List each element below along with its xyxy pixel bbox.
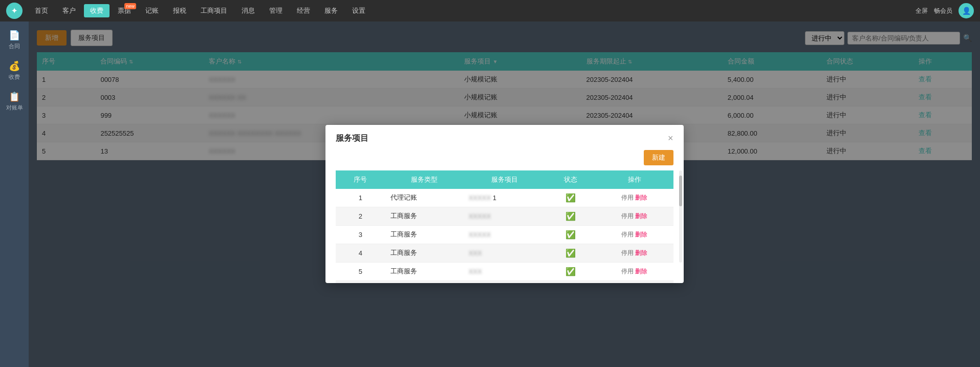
delete-button[interactable]: 删除 <box>635 193 647 202</box>
modal-col-status: 状态 <box>546 170 596 189</box>
modal-toolbar: 新建 <box>325 150 684 170</box>
avatar[interactable]: 👤 <box>959 3 974 18</box>
top-nav-right: 全屏 畅会员 👤 <box>916 3 974 18</box>
logo-icon: ✦ <box>6 3 23 19</box>
fee-icon: 💰 <box>9 60 20 72</box>
stop-button[interactable]: 停用 <box>621 267 634 276</box>
modal-cell-action: 停用 删除 <box>596 207 673 225</box>
modal-cell-item: XXXXX 1 <box>464 189 546 207</box>
nav-home[interactable]: 首页 <box>29 4 54 17</box>
stop-button[interactable]: 停用 <box>621 193 634 202</box>
nav-operation[interactable]: 经营 <box>291 4 316 17</box>
modal-table-row: 5 工商服务 XXX ✅ 停用 删除 <box>336 262 673 280</box>
modal-col-action: 操作 <box>596 170 673 189</box>
fullscreen-label[interactable]: 全屏 <box>916 7 928 15</box>
modal-col-seq: 序号 <box>336 170 386 189</box>
nav-industrial[interactable]: 工商项目 <box>194 4 233 17</box>
modal-cell-action: 停用 删除 <box>596 225 673 244</box>
modal-table-row: 3 工商服务 XXXXX ✅ 停用 删除 <box>336 225 673 244</box>
modal-table-row: 4 工商服务 XXX ✅ 停用 删除 <box>336 244 673 262</box>
modal-cell-seq: 4 <box>336 244 386 262</box>
modal-cell-type: 工商服务 <box>385 280 464 283</box>
modal-cell-type: 工商服务 <box>385 207 464 225</box>
modal-cell-status: ✅ <box>546 225 596 244</box>
top-nav: ✦ 首页 客户 收费 票据 new 记账 报税 工商项目 消息 管理 经营 服务… <box>0 0 980 21</box>
stop-button[interactable]: 停用 <box>621 212 634 221</box>
modal-cell-seq: 2 <box>336 207 386 225</box>
nav-settings[interactable]: 设置 <box>346 4 372 17</box>
modal-cell-type: 代理记账 <box>385 189 464 207</box>
nav-tax[interactable]: 报税 <box>167 4 192 17</box>
stop-button[interactable]: 停用 <box>621 230 634 239</box>
status-check-icon: ✅ <box>565 249 576 257</box>
modal-table-row: 6 工商服务 XXXXXX ✅ 停用 删除 <box>336 280 673 283</box>
delete-button[interactable]: 删除 <box>635 267 647 276</box>
modal-scrollbar[interactable] <box>679 170 682 263</box>
modal-cell-item: XXXXX <box>464 207 546 225</box>
modal-cell-action: 停用 删除 <box>596 244 673 262</box>
member-label[interactable]: 畅会员 <box>934 7 952 15</box>
modal-cell-status: ✅ <box>546 207 596 225</box>
modal-cell-action: 停用 删除 <box>596 262 673 280</box>
main-layout: 📄 合同 💰 收费 📋 对账单 新增 服务项目 进行中 全部 已结束 🔍 <box>0 21 980 367</box>
status-check-icon: ✅ <box>565 230 576 239</box>
modal-table-row: 2 工商服务 XXXXX ✅ 停用 删除 <box>336 207 673 225</box>
modal-table-row: 1 代理记账 XXXXX 1 ✅ 停用 删除 <box>336 189 673 207</box>
modal-new-button[interactable]: 新建 <box>644 150 673 165</box>
status-check-icon: ✅ <box>565 212 576 221</box>
delete-button[interactable]: 删除 <box>635 230 647 239</box>
statement-icon: 📋 <box>9 91 20 102</box>
modal-cell-action: 停用 删除 <box>596 280 673 283</box>
delete-button[interactable]: 删除 <box>635 212 647 221</box>
modal-cell-type: 工商服务 <box>385 262 464 280</box>
modal-cell-seq: 3 <box>336 225 386 244</box>
sidebar-item-statement-label: 对账单 <box>6 104 23 112</box>
sidebar-item-fee[interactable]: 💰 收费 <box>0 56 29 85</box>
stop-button[interactable]: 停用 <box>621 249 634 257</box>
sidebar-item-contract[interactable]: 📄 合同 <box>0 26 29 54</box>
modal-cell-item: XXX <box>464 244 546 262</box>
modal-col-type: 服务类型 <box>385 170 464 189</box>
modal-cell-type: 工商服务 <box>385 225 464 244</box>
modal-col-item: 服务项目 <box>464 170 546 189</box>
status-check-icon: ✅ <box>565 267 576 276</box>
service-modal: 服务项目 × 新建 序号 服务类型 服务项目 状态 操作 <box>325 125 684 283</box>
modal-cell-seq: 1 <box>336 189 386 207</box>
nav-manage[interactable]: 管理 <box>263 4 289 17</box>
status-check-icon: ✅ <box>565 193 576 202</box>
modal-cell-status: ✅ <box>546 280 596 283</box>
nav-ticket[interactable]: 票据 new <box>112 4 137 17</box>
modal-title: 服务项目 <box>336 133 368 144</box>
modal-scroll[interactable]: 序号 服务类型 服务项目 状态 操作 1 代理记账 XXXXX 1 ✅ 停用 删… <box>325 170 684 283</box>
modal-close-button[interactable]: × <box>668 134 673 143</box>
modal-cell-status: ✅ <box>546 244 596 262</box>
sidebar-item-fee-label: 收费 <box>9 73 20 81</box>
nav-service[interactable]: 服务 <box>318 4 344 17</box>
modal-header: 服务项目 × <box>325 125 684 150</box>
contract-icon: 📄 <box>9 30 20 41</box>
modal-cell-seq: 6 <box>336 280 386 283</box>
delete-button[interactable]: 删除 <box>635 249 647 257</box>
modal-cell-action: 停用 删除 <box>596 189 673 207</box>
sidebar: 📄 合同 💰 收费 📋 对账单 <box>0 21 29 367</box>
nav-customer[interactable]: 客户 <box>56 4 82 17</box>
nav-bookkeeping[interactable]: 记账 <box>139 4 165 17</box>
nav-fee[interactable]: 收费 <box>84 4 110 17</box>
modal-scrollbar-thumb <box>679 176 682 206</box>
content-area: 新增 服务项目 进行中 全部 已结束 🔍 序号 合同编码 ⇅ <box>29 21 980 367</box>
modal-cell-type: 工商服务 <box>385 244 464 262</box>
service-table: 序号 服务类型 服务项目 状态 操作 1 代理记账 XXXXX 1 ✅ 停用 删… <box>336 170 673 283</box>
modal-cell-status: ✅ <box>546 189 596 207</box>
modal-table-area: 序号 服务类型 服务项目 状态 操作 1 代理记账 XXXXX 1 ✅ 停用 删… <box>325 170 684 283</box>
modal-cell-item: XXXXXX <box>464 280 546 283</box>
modal-cell-seq: 5 <box>336 262 386 280</box>
modal-cell-item: XXX <box>464 262 546 280</box>
modal-cell-item: XXXXX <box>464 225 546 244</box>
modal-cell-status: ✅ <box>546 262 596 280</box>
sidebar-item-contract-label: 合同 <box>9 42 20 50</box>
nav-message[interactable]: 消息 <box>235 4 261 17</box>
sidebar-item-statement[interactable]: 📋 对账单 <box>0 87 29 116</box>
new-badge: new <box>124 3 136 9</box>
